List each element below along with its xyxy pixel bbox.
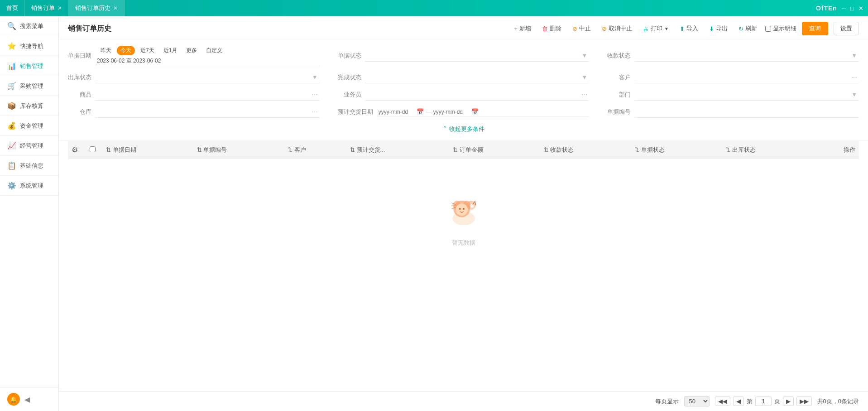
sidebar-collapse-icon[interactable]: ◀ [24,395,30,404]
out-status-label: 出库状态 [68,73,95,82]
stop-button[interactable]: ⊘ 中止 [570,23,594,34]
sales-mgmt-icon: 📊 [7,62,16,70]
calendar-to-icon[interactable]: 📅 [471,108,479,115]
out-status-control[interactable]: ▼ [95,72,320,83]
purchase-mgmt-icon: 🛒 [7,82,16,90]
content-area: 销售订单历史 + 新增 🗑 删除 ⊘ 中止 ⊘ 取消中止 [59,16,868,411]
th-date: ⇅ 单据日期 [102,141,193,159]
order-no-control[interactable] [634,106,859,118]
first-page-button[interactable]: ◀◀ [715,396,730,406]
th-order-status-label: ⇅ 单据状态 [634,146,665,153]
collapse-row[interactable]: ⌃ 收起更多条件 [68,123,859,135]
th-checkbox [86,141,102,159]
sidebar-item-sales-mgmt[interactable]: 📊 销售管理 [0,56,58,76]
filter-order-no: 单据编号 [607,106,859,118]
th-order-status: ⇅ 单据状态 [631,141,722,159]
order-status-dropdown-icon: ▼ [581,52,587,59]
print-button[interactable]: 🖨 打印 ▼ [640,23,671,34]
th-out-status-label: ⇅ 出库状态 [725,146,756,153]
th-out-status: ⇅ 出库状态 [722,141,813,159]
tab-sales-order-close[interactable]: ✕ [58,5,62,11]
sidebar-item-ops-mgmt[interactable]: 📈 经营管理 [0,136,58,156]
base-info-icon: 📋 [7,161,16,170]
date-from-input[interactable] [379,109,415,115]
salesperson-label: 业务员 [338,91,365,99]
cancel-stop-button[interactable]: ⊘ 取消中止 [599,23,635,34]
sidebar-item-search-menu-label: 搜索菜单 [20,22,43,30]
next-page-button[interactable]: ▶ [783,396,794,406]
goods-control[interactable]: ··· [95,89,320,101]
tab-sales-order-history-close[interactable]: ✕ [113,5,118,11]
dept-control[interactable]: ▼ [634,89,859,101]
customer-control[interactable]: ··· [634,72,859,83]
import-button[interactable]: ⬆ 导入 [677,23,701,34]
date-tab-more[interactable]: 更多 [182,46,201,55]
date-range: 2023-06-02 至 2023-06-02 [97,57,318,65]
sidebar-item-base-info[interactable]: 📋 基础信息 [0,156,58,176]
calendar-from-icon[interactable]: 📅 [417,108,424,115]
filter-area: 单据日期 昨天 今天 近7天 近1月 更多 自定义 2023-06-02 至 2… [59,39,868,141]
complete-status-label: 完成状态 [338,73,365,82]
warehouse-control[interactable]: ··· [95,106,320,118]
delete-button[interactable]: 🗑 删除 [539,23,564,34]
th-customer: ⇅ 客户 [284,141,346,159]
filter-complete-status: 完成状态 ▼ [338,72,590,83]
page-suffix: 页 [774,397,780,406]
tab-home[interactable]: 首页 [0,0,25,16]
sidebar-item-inventory-settle[interactable]: 📦 库存核算 [0,96,58,116]
import-icon: ⬆ [680,25,685,32]
settings-button[interactable]: 设置 [834,22,859,35]
filter-order-status: 单据状态 ▼ [338,50,590,62]
payment-status-control[interactable]: ▼ [634,50,859,62]
prev-page-button[interactable]: ◀ [733,396,744,406]
last-page-button[interactable]: ▶▶ [796,396,812,406]
date-to-input[interactable] [433,109,470,115]
order-status-control[interactable]: ▼ [365,50,590,62]
stop-label: 中止 [579,24,591,33]
th-order-amount: ⇅ 订单金额 [449,141,540,159]
page-input[interactable]: 1 [755,396,772,406]
date-tab-custom[interactable]: 自定义 [202,46,226,55]
query-button[interactable]: 查询 [802,22,828,35]
date-separator: — [426,108,432,115]
date-tab-1month[interactable]: 近1月 [160,46,181,55]
date-tab-yesterday[interactable]: 昨天 [97,46,115,55]
sidebar-item-quick-nav[interactable]: ⭐ 快捷导航 [0,36,58,56]
tab-sales-order-history[interactable]: 销售订单历史 ✕ [69,0,125,16]
complete-status-control[interactable]: ▼ [365,72,590,83]
svg-point-5 [459,208,460,210]
select-all-checkbox[interactable] [90,146,96,152]
tab-sales-order[interactable]: 销售订单 ✕ [25,0,69,16]
svg-point-4 [456,203,468,216]
print-dropdown-icon: ▼ [664,26,669,31]
topbar-close[interactable]: ✕ [858,5,863,12]
topbar-minimize[interactable]: ─ [842,5,846,12]
filter-date: 单据日期 昨天 今天 近7天 近1月 更多 自定义 2023-06-02 至 2… [68,45,320,66]
page-label: 第 [747,397,753,406]
salesperson-control[interactable]: ··· [365,89,590,101]
new-button[interactable]: + 新增 [512,23,534,34]
order-status-label: 单据状态 [338,52,365,60]
export-button[interactable]: ⬇ 导出 [706,23,730,34]
sidebar-notification-icon[interactable]: 🔔 [7,393,20,406]
sidebar-item-sys-mgmt[interactable]: ⚙️ 系统管理 [0,176,58,196]
customer-more-icon: ··· [851,73,857,82]
sidebar-bottom: 🔔 ◀ [0,387,58,411]
topbar-right: OfTEn ─ □ ✕ [811,0,868,16]
toolbar: + 新增 🗑 删除 ⊘ 中止 ⊘ 取消中止 🖨 打印 [512,22,859,35]
filter-customer: 客户 ··· [607,72,859,83]
date-tab-7days[interactable]: 近7天 [137,46,158,55]
per-page-select[interactable]: 50 10 20 100 [684,396,710,406]
sidebar-item-funds-mgmt[interactable]: 💰 资金管理 [0,116,58,136]
complete-status-dropdown-icon: ▼ [581,74,587,81]
date-tab-today[interactable]: 今天 [117,46,135,55]
sys-mgmt-icon: ⚙️ [7,181,16,190]
refresh-button[interactable]: ↻ 刷新 [736,23,760,34]
sidebar-item-purchase-mgmt[interactable]: 🛒 采购管理 [0,76,58,96]
topbar-maximize[interactable]: □ [850,5,854,12]
sidebar-item-purchase-mgmt-label: 采购管理 [20,82,43,90]
display-detail-checkbox[interactable] [765,26,771,32]
table-settings-icon[interactable]: ⚙ [72,146,78,154]
sidebar-item-search-menu[interactable]: 🔍 搜索菜单 [0,16,58,36]
refresh-label: 刷新 [745,24,757,33]
